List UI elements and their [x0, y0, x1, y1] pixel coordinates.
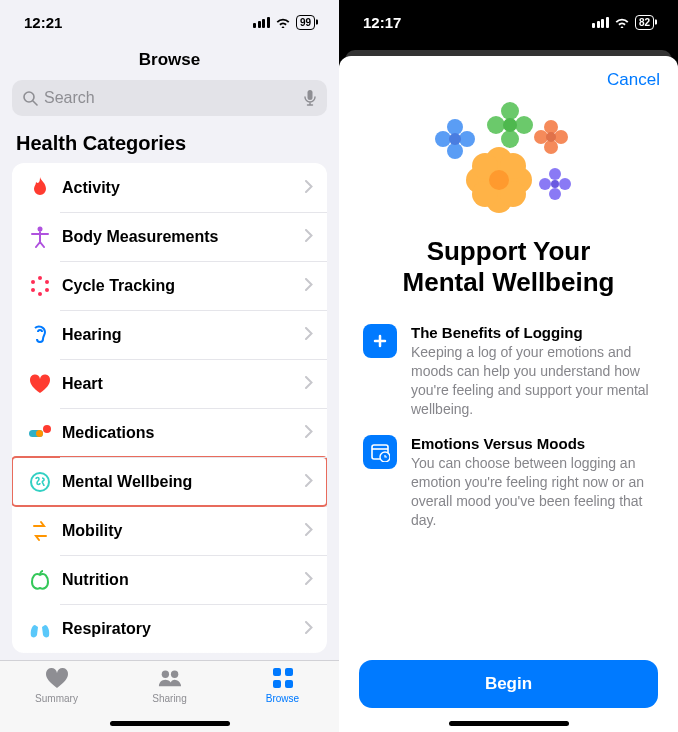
- svg-point-33: [534, 130, 548, 144]
- category-label: Medications: [62, 424, 305, 442]
- chevron-right-icon: [305, 375, 313, 393]
- search-input[interactable]: Search: [12, 80, 327, 116]
- flower-icon: [487, 102, 533, 148]
- apple-icon: [26, 569, 54, 591]
- status-time: 12:21: [24, 14, 170, 31]
- svg-point-25: [501, 102, 519, 120]
- tab-summary[interactable]: Summary: [17, 667, 97, 704]
- svg-point-29: [503, 118, 517, 132]
- category-row-mental-wellbeing[interactable]: Mental Wellbeing: [12, 457, 327, 506]
- category-row-body-measurements[interactable]: Body Measurements: [12, 212, 327, 261]
- svg-point-20: [447, 119, 463, 135]
- svg-point-7: [38, 292, 42, 296]
- flower-icon: [465, 146, 533, 214]
- svg-point-31: [554, 130, 568, 144]
- svg-point-43: [489, 170, 509, 190]
- health-app-browse: 12:21 99 Browse Search Health Categories…: [0, 0, 339, 732]
- cycle-icon: [26, 275, 54, 297]
- pills-icon: [26, 424, 54, 442]
- category-row-cycle-tracking[interactable]: Cycle Tracking: [12, 261, 327, 310]
- svg-rect-18: [273, 680, 281, 688]
- ear-icon: [26, 324, 54, 346]
- category-row-nutrition[interactable]: Nutrition: [12, 555, 327, 604]
- plus-square-icon: [363, 324, 397, 358]
- flame-icon: [26, 177, 54, 199]
- chevron-right-icon: [305, 571, 313, 589]
- svg-point-3: [38, 226, 43, 231]
- status-bar: 12:17 82: [339, 0, 678, 44]
- svg-line-1: [33, 101, 37, 105]
- info-body: Keeping a log of your emotions and moods…: [411, 343, 654, 419]
- svg-point-23: [435, 131, 451, 147]
- chevron-right-icon: [305, 326, 313, 344]
- svg-point-30: [544, 120, 558, 134]
- tab-sharing[interactable]: Sharing: [130, 667, 210, 704]
- lungs-icon: [26, 619, 54, 639]
- wellbeing-onboarding: 12:17 82 Cancel Support YourMental Wellb…: [339, 0, 678, 732]
- section-header: Health Categories: [0, 128, 339, 163]
- category-row-mobility[interactable]: Mobility: [12, 506, 327, 555]
- tab-browse[interactable]: Browse: [243, 667, 323, 704]
- hero-illustration: [339, 98, 678, 228]
- tab-label: Browse: [266, 693, 299, 704]
- wifi-icon: [275, 14, 291, 31]
- svg-rect-17: [285, 668, 293, 676]
- body-icon: [26, 226, 54, 248]
- svg-point-8: [31, 288, 35, 292]
- calendar-clock-icon: [363, 435, 397, 469]
- modal-sheet: Cancel Support YourMental Wellbeing The …: [339, 56, 678, 732]
- category-row-activity[interactable]: Activity: [12, 163, 327, 212]
- svg-point-21: [459, 131, 475, 147]
- svg-point-48: [551, 180, 559, 188]
- info-title: The Benefits of Logging: [411, 324, 654, 341]
- svg-point-24: [449, 133, 461, 145]
- svg-point-6: [45, 288, 49, 292]
- svg-point-44: [549, 168, 561, 180]
- wifi-icon: [614, 14, 630, 31]
- battery-indicator: 99: [296, 15, 315, 30]
- search-icon: [22, 90, 38, 106]
- chevron-right-icon: [305, 179, 313, 197]
- svg-point-15: [170, 671, 177, 678]
- info-item: The Benefits of LoggingKeeping a log of …: [339, 316, 678, 427]
- heart-icon: [26, 374, 54, 394]
- svg-point-34: [546, 132, 556, 142]
- svg-point-28: [487, 116, 505, 134]
- flower-icon: [539, 168, 571, 200]
- category-label: Mobility: [62, 522, 305, 540]
- chevron-right-icon: [305, 522, 313, 540]
- svg-point-13: [31, 473, 49, 491]
- info-item: Emotions Versus MoodsYou can choose betw…: [339, 427, 678, 538]
- svg-point-32: [544, 140, 558, 154]
- svg-point-45: [559, 178, 571, 190]
- category-label: Cycle Tracking: [62, 277, 305, 295]
- tab-label: Sharing: [152, 693, 186, 704]
- home-indicator[interactable]: [110, 721, 230, 726]
- people-icon: [158, 667, 182, 693]
- home-indicator[interactable]: [449, 721, 569, 726]
- page-title: Browse: [0, 44, 339, 80]
- mic-icon[interactable]: [303, 89, 317, 107]
- chevron-right-icon: [305, 277, 313, 295]
- flower-icon: [534, 120, 568, 154]
- category-label: Body Measurements: [62, 228, 305, 246]
- svg-point-46: [549, 188, 561, 200]
- info-body: You can choose between logging an emotio…: [411, 454, 654, 530]
- category-label: Hearing: [62, 326, 305, 344]
- status-time: 12:17: [363, 14, 509, 31]
- cancel-button[interactable]: Cancel: [607, 70, 660, 90]
- category-row-hearing[interactable]: Hearing: [12, 310, 327, 359]
- mobility-icon: [26, 520, 54, 542]
- svg-point-12: [43, 425, 51, 433]
- category-label: Mental Wellbeing: [62, 473, 305, 491]
- category-row-respiratory[interactable]: Respiratory: [12, 604, 327, 653]
- category-row-heart[interactable]: Heart: [12, 359, 327, 408]
- category-label: Respiratory: [62, 620, 305, 638]
- category-row-medications[interactable]: Medications: [12, 408, 327, 457]
- begin-button[interactable]: Begin: [359, 660, 658, 708]
- category-label: Nutrition: [62, 571, 305, 589]
- svg-point-14: [161, 671, 168, 678]
- category-label: Heart: [62, 375, 305, 393]
- status-bar: 12:21 99: [0, 0, 339, 44]
- svg-rect-2: [308, 90, 313, 100]
